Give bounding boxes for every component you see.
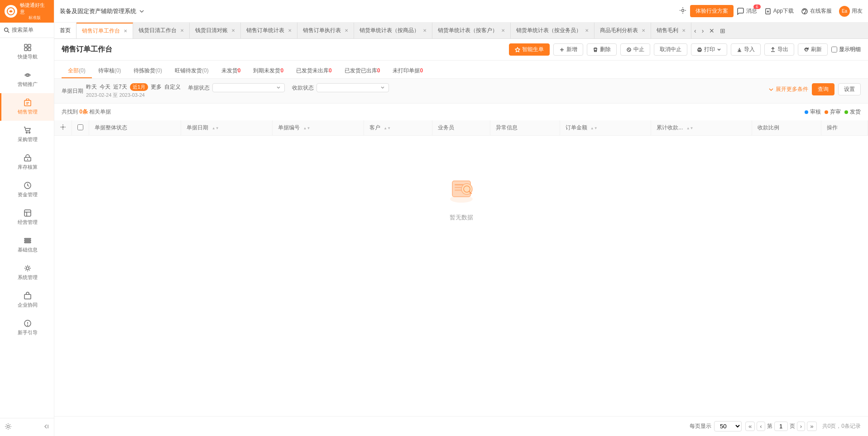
sidebar-item-inventory[interactable]: 库存核算	[0, 148, 54, 176]
sort-collected-icon[interactable]: ▲▼	[686, 127, 694, 130]
last-page-btn[interactable]: »	[807, 422, 816, 431]
tab-home[interactable]: 首页	[54, 23, 77, 39]
sort-date-icon[interactable]: ▲▼	[212, 127, 219, 130]
sidebar-settings-btn[interactable]	[5, 423, 12, 431]
sidebar-item-quick-nav[interactable]: 快捷导航	[0, 38, 54, 66]
tab-sales-stats-customer-close[interactable]: ✕	[501, 28, 505, 33]
export-button[interactable]: 导出	[764, 43, 794, 56]
sidebar-item-marketing[interactable]: 营销推广	[0, 66, 54, 93]
tab-sales-stats-staff[interactable]: 销货单统计表（按业务员） ✕	[511, 23, 595, 39]
query-button[interactable]: 查询	[812, 83, 834, 95]
filter-status-select[interactable]	[212, 83, 285, 92]
first-page-btn[interactable]: «	[745, 422, 755, 431]
import-button[interactable]: 导入	[731, 43, 761, 56]
page-input[interactable]	[774, 422, 788, 431]
user-menu-btn[interactable]: Ea 用友	[839, 6, 863, 17]
topbar-dropdown[interactable]	[139, 9, 144, 14]
sidebar-item-enterprise[interactable]: 企业协同	[0, 286, 54, 314]
subtab-shipped-not-out[interactable]: 已发货未出库0	[290, 64, 338, 78]
prev-page-btn[interactable]: ‹	[757, 422, 765, 431]
tab-sales-stats-product[interactable]: 销货单统计表（按商品） ✕	[354, 23, 432, 39]
print-button[interactable]: 打印	[691, 43, 727, 56]
sidebar-search[interactable]: 搜索菜单	[0, 23, 54, 38]
tab-next-btn[interactable]: ›	[699, 23, 707, 39]
tab-product-margin-close[interactable]: ✕	[642, 28, 645, 33]
tab-expand-btn[interactable]: ⊞	[717, 23, 728, 39]
stop-button[interactable]: 中止	[620, 43, 650, 56]
sidebar-item-finance[interactable]: 资金管理	[0, 176, 54, 204]
online-service-btn[interactable]: 在线客服	[801, 7, 832, 15]
add-button[interactable]: 新增	[553, 43, 583, 56]
cancel-stop-button[interactable]: 取消中止	[654, 43, 687, 56]
sidebar-item-newbie[interactable]: 新手引导	[0, 314, 54, 341]
tab-prev-btn[interactable]: ‹	[691, 23, 699, 39]
subtab-overdue-not-shipped[interactable]: 到期未发货0	[247, 64, 290, 78]
page-size-select[interactable]: 10 20 50 100	[714, 421, 742, 431]
filter-settings-button[interactable]: 设置	[838, 83, 861, 95]
show-detail-checkbox[interactable]	[831, 47, 837, 52]
tab-cash-reconcile[interactable]: 钱货日清对账 ✕	[190, 23, 241, 39]
tab-sales-stats-product-close[interactable]: ✕	[423, 28, 427, 33]
sidebar-item-system[interactable]: 系统管理	[0, 259, 54, 286]
date-opt-custom[interactable]: 自定义	[164, 83, 181, 91]
date-opt-more[interactable]: 更多	[151, 83, 162, 91]
smart-create-button[interactable]: 智能生单	[509, 43, 550, 56]
sort-amount-icon[interactable]: ▲▼	[590, 127, 598, 130]
subtab-not-shipped[interactable]: 未发货0	[215, 64, 247, 78]
date-opt-7days[interactable]: 近7天	[113, 83, 127, 91]
date-opt-today[interactable]: 今天	[100, 83, 110, 91]
filter-payment-select[interactable]	[317, 83, 389, 92]
tab-sales-stats-customer[interactable]: 销货单统计表（按客户） ✕	[432, 23, 511, 39]
tab-sales-order-stats-close[interactable]: ✕	[288, 28, 292, 33]
review-btn[interactable]: 审核	[805, 107, 821, 117]
tab-sales-order-workbench[interactable]: 销售订单工作台 ✕	[77, 23, 133, 39]
date-opt-yesterday[interactable]: 昨天	[86, 83, 97, 91]
subtab-pending-review[interactable]: 待审核(0)	[92, 64, 128, 78]
tab-sales-gross-close[interactable]: ✕	[682, 28, 686, 33]
app-download-btn[interactable]: App下载	[764, 7, 794, 15]
tab-product-margin[interactable]: 商品毛利分析表 ✕	[595, 23, 651, 39]
th-checkbox[interactable]	[72, 120, 89, 136]
tab-sales-order-stats[interactable]: 销售订单统计表 ✕	[241, 23, 297, 39]
tab-cash-reconcile-close[interactable]: ✕	[231, 28, 235, 33]
cancel-review-label: 弃审	[830, 108, 841, 116]
next-page-btn[interactable]: ›	[797, 422, 805, 431]
sort-number-icon[interactable]: ▲▼	[303, 127, 311, 130]
refresh-button[interactable]: 刷新	[798, 43, 828, 56]
sidebar-collapse-btn[interactable]	[42, 423, 49, 431]
message-btn[interactable]: 消息 6	[737, 7, 757, 15]
tab-cash-daily[interactable]: 钱货日清工作台 ✕	[133, 23, 190, 39]
th-settings[interactable]	[54, 120, 72, 136]
cancel-review-btn[interactable]: 弃审	[825, 107, 841, 117]
th-date[interactable]: 单据日期 ▲▼	[181, 120, 273, 136]
tab-sales-order-workbench-close[interactable]: ✕	[124, 28, 127, 33]
sidebar-item-purchase[interactable]: 采购管理	[0, 121, 54, 148]
subtab-pending-inspect[interactable]: 待拣验货(0)	[127, 64, 168, 78]
sidebar-item-sales[interactable]: 销售管理	[0, 93, 54, 121]
select-all-checkbox[interactable]	[77, 124, 83, 130]
tab-sales-gross[interactable]: 销售毛利 ✕	[651, 23, 691, 39]
tab-sales-stats-staff-close[interactable]: ✕	[585, 28, 589, 33]
industry-plan-button[interactable]: 体验行业方案	[690, 5, 734, 17]
delete-button[interactable]: 删除	[587, 43, 617, 56]
th-collected[interactable]: 累计收款... ▲▼	[651, 120, 752, 136]
sort-customer-icon[interactable]: ▲▼	[384, 127, 391, 130]
th-amount[interactable]: 订单金额 ▲▼	[560, 120, 651, 136]
tab-sales-order-exec[interactable]: 销售订单执行表 ✕	[297, 23, 354, 39]
sidebar-item-basics[interactable]: 基础信息	[0, 231, 54, 259]
subtab-not-printed[interactable]: 未打印单据0	[386, 64, 429, 78]
subtab-shipped-out[interactable]: 已发货已出库0	[338, 64, 387, 78]
ship-btn[interactable]: 发货	[844, 107, 861, 117]
tab-cash-daily-close[interactable]: ✕	[180, 28, 184, 33]
date-opt-1month[interactable]: 近1月	[130, 83, 148, 91]
th-number[interactable]: 单据编号 ▲▼	[273, 120, 364, 136]
tab-sales-order-exec-close[interactable]: ✕	[345, 28, 348, 33]
subtab-all[interactable]: 全部(0)	[62, 64, 92, 78]
tab-close-all-btn[interactable]: ✕	[706, 23, 717, 39]
expand-more-btn[interactable]: 展开更多条件	[768, 85, 808, 93]
subtab-wangpu-pending-ship[interactable]: 旺铺待发货(0)	[168, 64, 215, 78]
gear-settings-btn[interactable]	[679, 7, 686, 15]
th-customer[interactable]: 客户 ▲▼	[364, 120, 432, 136]
sidebar-item-operations[interactable]: 经营管理	[0, 204, 54, 231]
show-detail-label-wrap[interactable]: 显示明细	[831, 46, 861, 53]
